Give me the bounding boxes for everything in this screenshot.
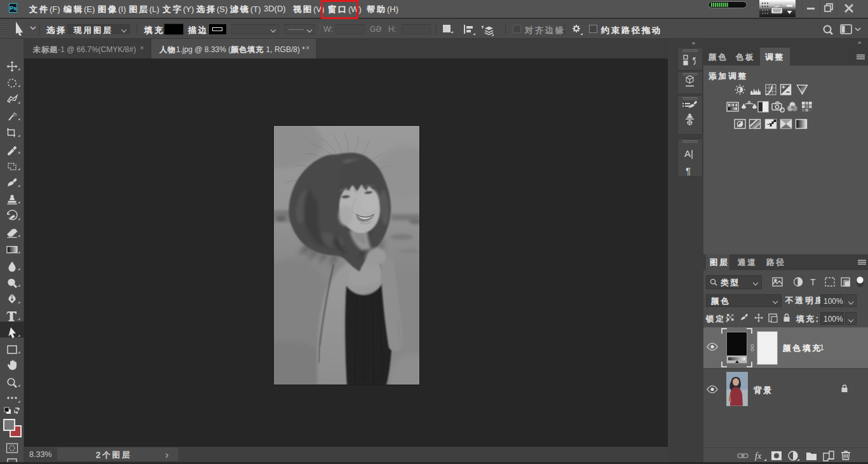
svg-text:«: «	[692, 40, 695, 46]
svg-text:Ps: Ps	[10, 5, 17, 11]
svg-text:T: T	[810, 277, 816, 287]
svg-text:¶: ¶	[686, 165, 691, 176]
svg-text:A|: A|	[684, 148, 693, 159]
svg-text:fx: fx	[755, 451, 762, 461]
